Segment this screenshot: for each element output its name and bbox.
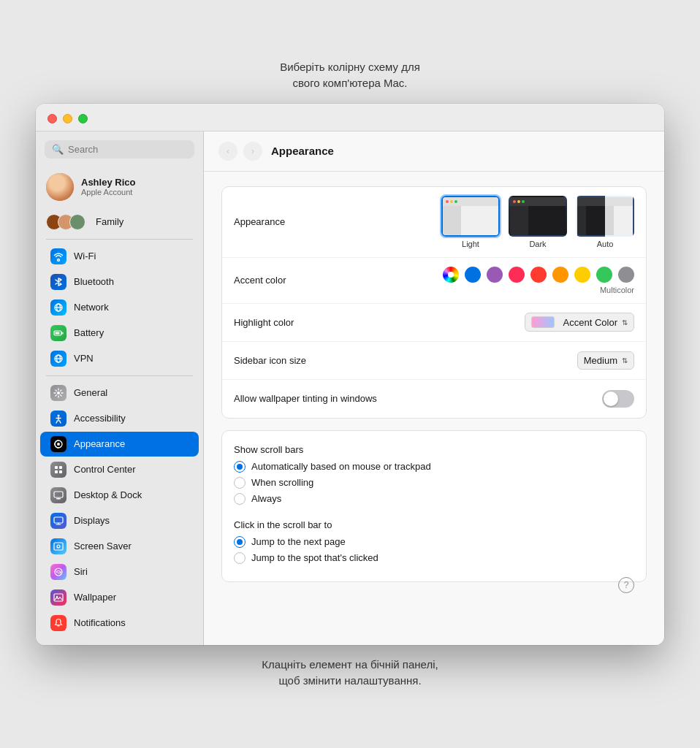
accent-dot-green[interactable]: [596, 267, 612, 283]
scroll-bars-option-scrolling[interactable]: When scrolling: [234, 477, 634, 489]
search-icon: 🔍: [52, 144, 64, 155]
network-icon: [50, 299, 66, 316]
scroll-bars-option-auto[interactable]: Automatically based on mouse or trackpad: [234, 461, 634, 473]
avatar: [46, 173, 74, 201]
content-header: ‹ › Appearance: [204, 131, 664, 172]
highlight-color-dropdown[interactable]: Accent Color ⇅: [525, 313, 634, 332]
scroll-bar-click-option-spot[interactable]: Jump to the spot that's clicked: [234, 552, 634, 564]
wifi-icon: [50, 248, 66, 264]
minimize-button[interactable]: [63, 114, 72, 123]
svg-rect-15: [56, 498, 61, 500]
sidebar-item-label-wallpaper: Wallpaper: [74, 592, 116, 603]
appearance-row: Appearance: [222, 187, 646, 258]
accent-dot-blue[interactable]: [465, 267, 481, 283]
sidebar-item-appearance[interactable]: Appearance: [40, 432, 199, 457]
sidebar: 🔍 Ashley Rico Apple Account: [36, 131, 204, 645]
general-icon: [50, 385, 66, 401]
appearance-section: Appearance: [221, 186, 647, 419]
sidebar-item-general[interactable]: General: [40, 381, 199, 405]
sidebar-item-label-bluetooth: Bluetooth: [74, 276, 114, 287]
scroll-bars-option-auto-label: Automatically based on mouse or trackpad: [251, 461, 431, 472]
search-bar[interactable]: 🔍: [45, 140, 194, 159]
desktop-dock-icon: [50, 487, 66, 503]
forward-button[interactable]: ›: [243, 142, 262, 161]
sidebar-item-wallpaper[interactable]: Wallpaper: [40, 585, 199, 610]
sidebar-item-battery[interactable]: Battery: [40, 321, 199, 346]
family-avatar-3: [69, 214, 85, 230]
sidebar-item-label-network: Network: [74, 302, 109, 313]
sidebar-item-label-control-center: Control Center: [74, 464, 136, 475]
maximize-button[interactable]: [78, 114, 88, 123]
scroll-bar-click-label: Click in the scroll bar to: [234, 519, 634, 530]
appearance-label: Appearance: [234, 216, 365, 227]
appearance-thumb-auto: [576, 196, 634, 237]
highlight-color-row: Highlight color Accent Color ⇅: [222, 304, 646, 342]
sidebar-item-label-accessibility: Accessibility: [74, 413, 126, 424]
sidebar-icon-size-dropdown[interactable]: Medium ⇅: [577, 351, 634, 370]
sidebar-item-wifi[interactable]: Wi-Fi: [40, 244, 199, 269]
main-content: ‹ › Appearance Appearance: [204, 131, 664, 645]
accent-dot-pink[interactable]: [509, 267, 525, 283]
search-input[interactable]: [68, 144, 187, 155]
appearance-thumb-light: [441, 196, 500, 237]
sidebar-item-bluetooth[interactable]: Bluetooth: [40, 270, 199, 294]
user-subtitle: Apple Account: [81, 188, 135, 196]
screen-saver-icon: [50, 538, 66, 554]
vpn-icon: [50, 351, 66, 367]
close-button[interactable]: [47, 114, 57, 123]
wallpaper-icon: [50, 589, 66, 606]
appearance-control: Light: [365, 196, 634, 248]
user-section[interactable]: Ashley Rico Apple Account: [36, 167, 203, 207]
wallpaper-tinting-toggle[interactable]: [602, 390, 634, 408]
scroll-bar-click-option-next-page[interactable]: Jump to the next page: [234, 536, 634, 548]
svg-point-18: [57, 545, 60, 548]
svg-rect-13: [59, 470, 62, 473]
accent-dot-yellow[interactable]: [574, 267, 590, 283]
sidebar-item-label-screen-saver: Screen Saver: [74, 541, 132, 552]
accent-dot-multicolor[interactable]: [443, 267, 459, 283]
siri-icon: [50, 564, 66, 580]
svg-rect-14: [54, 492, 63, 497]
accent-color-control: Multicolor: [365, 267, 634, 294]
appearance-option-dark[interactable]: Dark: [509, 196, 567, 248]
help-button[interactable]: ?: [618, 577, 634, 593]
accent-dot-red[interactable]: [530, 267, 547, 283]
highlight-color-value: Accent Color: [563, 317, 617, 328]
sidebar-item-siri[interactable]: Siri: [40, 560, 199, 584]
page-title: Appearance: [271, 145, 334, 157]
appearance-thumb-dark: [509, 196, 567, 237]
accent-dot-graphite[interactable]: [618, 267, 634, 283]
scroll-bars-option-always[interactable]: Always: [234, 493, 634, 505]
svg-rect-12: [55, 470, 58, 473]
radio-circle-always: [234, 493, 246, 505]
sidebar-icon-size-label: Sidebar icon size: [234, 355, 365, 366]
appearance-option-label-light: Light: [462, 240, 479, 248]
sidebar-item-displays[interactable]: Displays: [40, 508, 199, 533]
sidebar-item-label-vpn: VPN: [74, 353, 94, 364]
back-button[interactable]: ‹: [218, 142, 237, 161]
family-label: Family: [96, 216, 123, 227]
chevron-up-down-icon-2: ⇅: [622, 356, 628, 365]
sidebar-item-notifications[interactable]: Notifications: [40, 611, 199, 636]
sidebar-item-network[interactable]: Network: [40, 295, 199, 320]
svg-rect-20: [54, 594, 63, 601]
appearance-option-light[interactable]: Light: [441, 196, 500, 248]
control-center-icon: [50, 462, 66, 478]
sidebar-item-label-siri: Siri: [74, 566, 88, 577]
family-row[interactable]: Family: [36, 210, 203, 234]
radio-circle-auto: [234, 461, 246, 473]
notifications-icon: [50, 615, 66, 631]
accent-dot-orange[interactable]: [552, 267, 568, 283]
accent-dot-purple[interactable]: [487, 267, 503, 283]
accent-sublabel: Multicolor: [600, 286, 634, 294]
sidebar-item-vpn[interactable]: VPN: [40, 346, 199, 371]
sidebar-item-desktop-dock[interactable]: Desktop & Dock: [40, 483, 199, 508]
appearance-option-auto[interactable]: Auto: [576, 196, 634, 248]
scroll-bars-option-scrolling-label: When scrolling: [251, 477, 313, 488]
sidebar-separator-2: [46, 375, 193, 376]
svg-rect-17: [54, 543, 63, 550]
radio-circle-next-page: [234, 536, 246, 548]
sidebar-item-accessibility[interactable]: Accessibility: [40, 406, 199, 431]
sidebar-item-screen-saver[interactable]: Screen Saver: [40, 534, 199, 559]
sidebar-item-control-center[interactable]: Control Center: [40, 457, 199, 482]
